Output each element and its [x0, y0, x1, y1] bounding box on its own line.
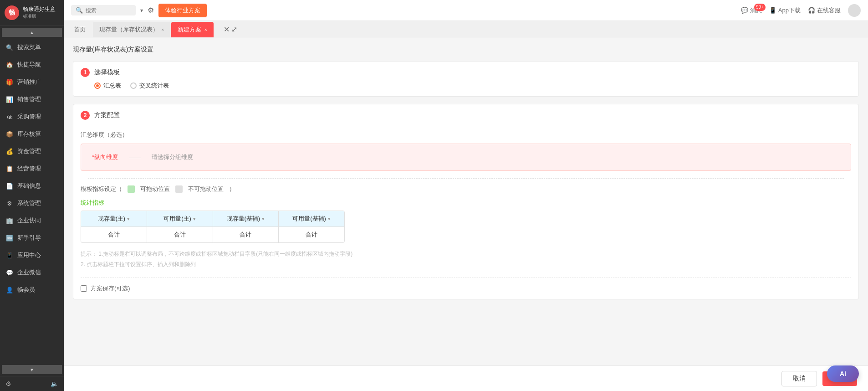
template-cross-option[interactable]: 交叉统计表: [130, 82, 169, 90]
sidebar-item-label: 销售管理: [17, 95, 41, 103]
topbar-gear-button[interactable]: ⚙: [148, 6, 154, 15]
bottom-bar: 取消 查询: [64, 365, 868, 391]
stats-col-1[interactable]: 可用量(主) ▾: [147, 211, 213, 226]
chart-icon: 📊: [5, 95, 14, 103]
sidebar-item-label: 库存核算: [17, 130, 41, 138]
tab-inventory-close[interactable]: ×: [161, 27, 164, 32]
sidebar-item-enterprise[interactable]: 🏢 企业协同: [0, 212, 64, 229]
sidebar: 畅 畅康通好生意 标准版 ▲ 🔍 搜索菜单 🏠 快捷导航 🎁 营销推广 📊 销售…: [0, 0, 64, 391]
settings-icon[interactable]: ⚙: [5, 380, 11, 387]
topbar-search-box[interactable]: 🔍: [71, 5, 136, 15]
stats-table: 现存量(主) ▾ 可用量(主) ▾ 现存量(基辅) ▾: [81, 211, 345, 243]
message-button[interactable]: 💬 消息 99+: [741, 6, 762, 15]
sidebar-item-label: 应用中心: [17, 251, 41, 259]
user-avatar[interactable]: [848, 4, 861, 17]
app-download-button[interactable]: 📱 App下载: [769, 6, 801, 15]
system-icon: ⚙: [5, 199, 14, 207]
topbar-left: 🔍 ▾ ⚙ 体验行业方案: [71, 4, 207, 17]
search-input[interactable]: [86, 7, 131, 14]
step1-num: 1: [81, 68, 90, 77]
sidebar-item-finance[interactable]: 💰 资金管理: [0, 143, 64, 160]
sidebar-scroll-down[interactable]: ▼: [0, 363, 64, 376]
window-expand-button[interactable]: ⤢: [231, 25, 237, 34]
app-version: 标准版: [23, 13, 56, 20]
sidebar-nav: 🔍 搜索菜单 🏠 快捷导航 🎁 营销推广 📊 销售管理 🛍 采购管理 📦 库存核…: [0, 39, 64, 363]
save-scheme-checkbox[interactable]: [81, 285, 87, 292]
topbar-right: 💬 消息 99+ 📱 App下载 🎧 在线客服: [741, 4, 861, 17]
stats-table-header: 现存量(主) ▾ 可用量(主) ▾ 现存量(基辅) ▾: [81, 211, 344, 226]
tip-2: 2. 点击标题栏下拉可设置排序、插入列和删除列: [81, 261, 851, 268]
app-name: 畅康通好生意: [23, 6, 56, 13]
trial-industry-button[interactable]: 体验行业方案: [158, 4, 207, 17]
sidebar-item-label: 快捷导航: [17, 61, 41, 69]
ai-label: Ai: [840, 370, 846, 377]
compass-icon: 🏠: [5, 61, 14, 69]
sidebar-item-system[interactable]: ⚙ 系统管理: [0, 195, 64, 212]
sidebar-item-quick-nav[interactable]: 🏠 快捷导航: [0, 56, 64, 73]
stats-col-1-label: 可用量(主): [163, 215, 191, 223]
dimension-placeholder-label: 请选择分组维度: [152, 153, 193, 161]
enterprise-icon: 🏢: [5, 216, 14, 225]
tab-new-scheme-label: 新建方案: [178, 26, 201, 34]
online-service-button[interactable]: 🎧 在线客服: [808, 6, 841, 15]
sidebar-item-wechat[interactable]: 💬 企业微信: [0, 264, 64, 281]
sidebar-item-member[interactable]: 👤 畅会员: [0, 281, 64, 298]
stats-col-3[interactable]: 可用量(基辅) ▾: [279, 211, 344, 226]
sidebar-item-management[interactable]: 📋 经营管理: [0, 160, 64, 177]
content-area: 现存量(库存状况表)方案设置 1 选择模板 汇总表 交叉统计表 2: [64, 38, 868, 365]
step2-card: 2 方案配置 汇总维度（必选） *纵向维度 —— 请选择分组维度: [73, 104, 859, 299]
scroll-down-button[interactable]: ▼: [2, 365, 62, 374]
scroll-up-button[interactable]: ▲: [2, 28, 62, 37]
indicator-settings: 模板指标设定（ 可拖动位置 不可拖动位置 ）: [81, 185, 851, 193]
stats-col-2[interactable]: 现存量(基辅) ▾: [213, 211, 279, 226]
template-summary-option[interactable]: 汇总表: [94, 82, 121, 90]
sidebar-item-app-center[interactable]: 📱 应用中心: [0, 247, 64, 264]
app-icon: 畅: [5, 5, 19, 20]
tab-inventory[interactable]: 现存量（库存状况表） ×: [93, 22, 170, 37]
chevron-down-icon[interactable]: ▾: [262, 216, 265, 222]
sidebar-scroll-up[interactable]: ▲: [0, 26, 64, 39]
stats-col-2-label: 现存量(基辅): [227, 215, 260, 223]
radio-summary[interactable]: [94, 82, 101, 89]
stats-table-body: 合计 合计 合计 合计: [81, 226, 344, 242]
chevron-down-icon[interactable]: ▾: [193, 216, 196, 222]
sidebar-item-label: 畅会员: [17, 286, 35, 294]
sound-icon[interactable]: 🔈: [51, 380, 58, 387]
sidebar-item-new-guide[interactable]: 🆕 新手引导: [0, 229, 64, 247]
service-icon: 🎧: [808, 7, 815, 14]
cancel-button[interactable]: 取消: [781, 371, 817, 386]
sidebar-item-inventory[interactable]: 📦 库存核算: [0, 125, 64, 143]
template-options: 汇总表 交叉统计表: [73, 82, 858, 96]
search-icon: 🔍: [76, 7, 83, 14]
sidebar-item-sales[interactable]: 📊 销售管理: [0, 91, 64, 108]
chevron-down-icon[interactable]: ▾: [328, 216, 331, 222]
stats-cell-2: 合计: [213, 226, 279, 242]
member-icon: 👤: [5, 286, 14, 294]
tab-new-scheme[interactable]: 新建方案 ×: [171, 22, 213, 37]
radio-cross[interactable]: [130, 82, 137, 89]
tab-inventory-label: 现存量（库存状况表）: [99, 26, 158, 34]
sidebar-item-marketing[interactable]: 🎁 营销推广: [0, 73, 64, 91]
summary-dimension-label: 汇总维度（必选）: [81, 131, 851, 139]
sidebar-item-basic-info[interactable]: 📄 基础信息: [0, 177, 64, 195]
dimension-dash: ——: [129, 154, 141, 161]
stats-cell-3: 合计: [279, 226, 344, 242]
window-close-button[interactable]: ✕: [224, 25, 230, 34]
info-icon: 📄: [5, 182, 14, 190]
sidebar-item-label: 企业微信: [17, 268, 41, 277]
draggable-badge: [128, 185, 135, 193]
step1-header: 1 选择模板: [73, 62, 858, 82]
ai-fab-button[interactable]: Ai: [827, 365, 859, 382]
sidebar-item-purchase[interactable]: 🛍 采购管理: [0, 108, 64, 125]
sidebar-item-search[interactable]: 🔍 搜索菜单: [0, 39, 64, 56]
topbar-dropdown[interactable]: ▾: [140, 7, 143, 14]
sidebar-item-label: 基础信息: [17, 182, 41, 190]
tab-new-scheme-close[interactable]: ×: [204, 27, 207, 32]
chevron-down-icon[interactable]: ▾: [127, 216, 130, 222]
chevron-down-icon: ▾: [140, 7, 143, 14]
board-icon: 📋: [5, 165, 14, 173]
tab-home[interactable]: 首页: [67, 22, 92, 37]
tab-home-label: 首页: [74, 26, 86, 34]
tabbar: 首页 现存量（库存状况表） × 新建方案 × ✕ ⤢: [64, 21, 868, 38]
stats-col-0[interactable]: 现存量(主) ▾: [81, 211, 147, 226]
